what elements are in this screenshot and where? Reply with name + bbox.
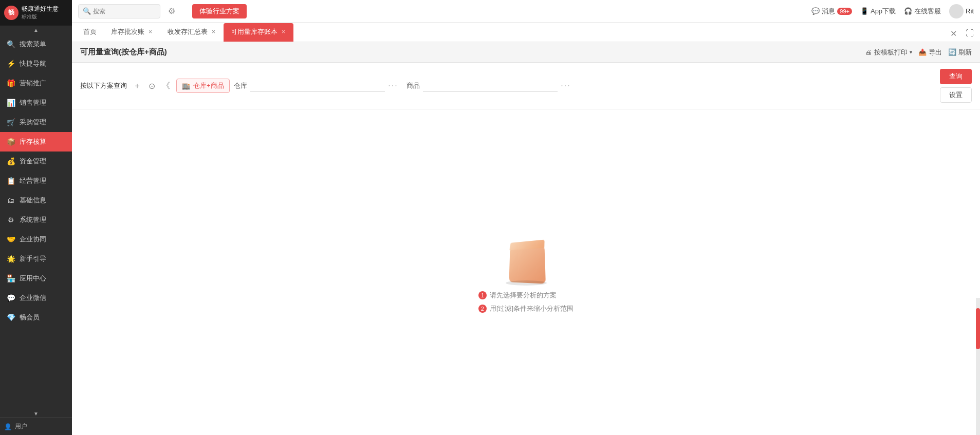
product-more-icon[interactable]: ··· [561,81,570,90]
warehouse-input[interactable] [250,80,385,92]
empty-tip-1: 1 请先选择要分析的方案 [478,291,574,300]
money-icon: 💰 [6,157,15,166]
filter-scheme-actions: ＋ ⊙ 《 [131,80,172,92]
sidebar-item-enterprise[interactable]: 🤝 企业协同 [0,230,72,249]
collapse-button[interactable]: 《 [160,80,172,92]
empty-tips: 1 请先选择要分析的方案 2 用[过滤]条件来缩小分析范围 [478,291,574,313]
product-input[interactable] [423,80,558,92]
sidebar-item-label: 销售管理 [20,98,46,107]
empty-box-graphic [509,246,545,284]
filter-label: 按以下方案查询 [80,81,127,90]
tab-expand-button[interactable]: ⛶ [964,27,976,40]
export-label: 导出 [929,48,942,57]
diamond-icon: 💎 [6,313,15,322]
message-badge: 99+ [837,8,852,15]
tab-bar: 首页 库存批次账 × 收发存汇总表 × 可用量库存账本 × ✕ ⛶ [72,23,980,42]
print-button[interactable]: 🖨 按模板打印 ▾ [865,48,912,57]
sidebar-item-app-center[interactable]: 🏪 应用中心 [0,269,72,288]
topbar-gear-button[interactable]: ⚙ [164,4,179,18]
sidebar-logo: 畅 [4,6,19,20]
warehouse-more-icon[interactable]: ··· [388,81,398,90]
sidebar-item-marketing[interactable]: 🎁 营销推广 [0,73,72,93]
refresh-icon: 🔄 [948,48,956,56]
tip-text-2: 用[过滤]条件来缩小分析范围 [490,304,574,313]
lightning-icon: ⚡ [6,59,15,68]
tab-close-summary[interactable]: × [211,28,216,35]
right-scrollbar[interactable] [976,298,980,435]
message-button[interactable]: 💬 消息 99+ [811,7,852,16]
online-support-button[interactable]: 🎧 在线客服 [904,7,941,16]
filter-area: 按以下方案查询 ＋ ⊙ 《 🏬 仓库+商品 仓库 ··· 商品 ·· [72,63,980,109]
handshake-icon: 🤝 [6,235,15,244]
sidebar-menu: 🔍 搜索菜单 ⚡ 快捷导航 🎁 营销推广 📊 销售管理 🛒 采购管理 📦 库存核… [0,34,72,409]
sidebar-item-purchase[interactable]: 🛒 采购管理 [0,112,72,132]
sidebar-item-label: 营销推广 [20,79,46,88]
sidebar-header: 畅 畅康通好生意 标准版 [0,0,72,26]
bell-icon: 💬 [811,7,820,15]
empty-tip-2: 2 用[过滤]条件来缩小分析范围 [478,304,574,313]
settings-button[interactable]: 设置 [940,87,972,103]
scheme-item-warehouse-product[interactable]: 🏬 仓库+商品 [176,79,230,93]
tab-home[interactable]: 首页 [76,23,104,42]
online-support-label: 在线客服 [914,7,941,16]
industry-solution-button[interactable]: 体验行业方案 [192,4,247,18]
tip-number-1: 1 [478,291,487,299]
settings-scheme-button[interactable]: ⊙ [145,80,158,92]
tab-label: 收发存汇总表 [168,27,208,36]
page-content: 可用量查询(按仓库+商品) 🖨 按模板打印 ▾ 📤 导出 🔄 刷新 按以下 [72,42,980,435]
sidebar-item-search[interactable]: 🔍 搜索菜单 [0,34,72,54]
sidebar-item-guide[interactable]: 🌟 新手引导 [0,249,72,269]
wechat-icon: 💬 [6,293,15,302]
sidebar-item-label: 企业微信 [20,293,46,302]
tab-batch-account[interactable]: 库存批次账 × [104,23,160,42]
sidebar-scroll-up[interactable]: ▲ [0,26,72,34]
sidebar-item-vip[interactable]: 💎 畅会员 [0,308,72,327]
sidebar-scroll-down[interactable]: ▼ [0,409,72,418]
topbar-search-box[interactable]: 🔍 [78,4,160,18]
username-label: Rit [966,7,974,15]
sidebar-item-wechat[interactable]: 💬 企业微信 [0,288,72,308]
filter-action-buttons: 查询 设置 [940,69,972,103]
export-button[interactable]: 📤 导出 [918,48,942,57]
topbar-search-input[interactable] [93,8,134,15]
sidebar-item-operations[interactable]: 📋 经营管理 [0,171,72,191]
sidebar-item-system[interactable]: ⚙ 系统管理 [0,210,72,230]
sidebar-item-sales[interactable]: 📊 销售管理 [0,93,72,112]
box-icon: 📦 [6,137,15,146]
tab-close-available[interactable]: × [281,28,286,35]
tab-inventory-summary[interactable]: 收发存汇总表 × [160,23,224,42]
gear-icon: ⚙ [6,215,15,224]
empty-shadow-graphic [506,280,547,286]
main-area: 🔍 ⚙ 体验行业方案 💬 消息 99+ 📱 App下载 🎧 在线客服 Rit [72,0,980,435]
sidebar-item-quick-nav[interactable]: ⚡ 快捷导航 [0,54,72,73]
message-label: 消息 [822,7,835,16]
add-scheme-button[interactable]: ＋ [131,80,143,92]
product-filter-field: 商品 ··· [406,80,571,92]
sidebar-item-label: 采购管理 [20,118,46,127]
tab-close-all-button[interactable]: ✕ [947,27,959,40]
app-title: 畅康通好生意 [22,5,59,13]
sidebar-item-label: 系统管理 [20,215,46,224]
query-button[interactable]: 查询 [940,69,972,84]
sidebar-item-label: 新手引导 [20,254,46,263]
star-icon: 🌟 [6,254,15,263]
sidebar: 畅 畅康通好生意 标准版 ▲ 🔍 搜索菜单 ⚡ 快捷导航 🎁 营销推广 📊 销售… [0,0,72,435]
scroll-down-arrow[interactable]: ▼ [31,409,41,418]
sidebar-username: 用户 [15,422,27,431]
tab-close-batch[interactable]: × [147,28,153,35]
search-icon: 🔍 [6,40,15,49]
scroll-up-arrow[interactable]: ▲ [31,26,41,34]
tab-label: 可用量库存账本 [231,27,278,36]
refresh-button[interactable]: 🔄 刷新 [948,48,972,57]
tab-label: 库存批次账 [111,27,144,36]
sidebar-item-inventory[interactable]: 📦 库存核算 [0,132,72,152]
headset-icon: 🎧 [904,7,912,15]
dropdown-arrow-icon: ▾ [910,49,912,55]
sidebar-item-basic-info[interactable]: 🗂 基础信息 [0,191,72,210]
sidebar-bottom-user[interactable]: 👤 用户 [0,418,72,435]
tip-number-2: 2 [478,305,487,313]
user-avatar-area[interactable]: Rit [949,4,974,18]
app-download-button[interactable]: 📱 App下载 [860,7,896,16]
sidebar-item-finance[interactable]: 💰 资金管理 [0,152,72,171]
tab-available-qty[interactable]: 可用量库存账本 × [224,23,293,42]
